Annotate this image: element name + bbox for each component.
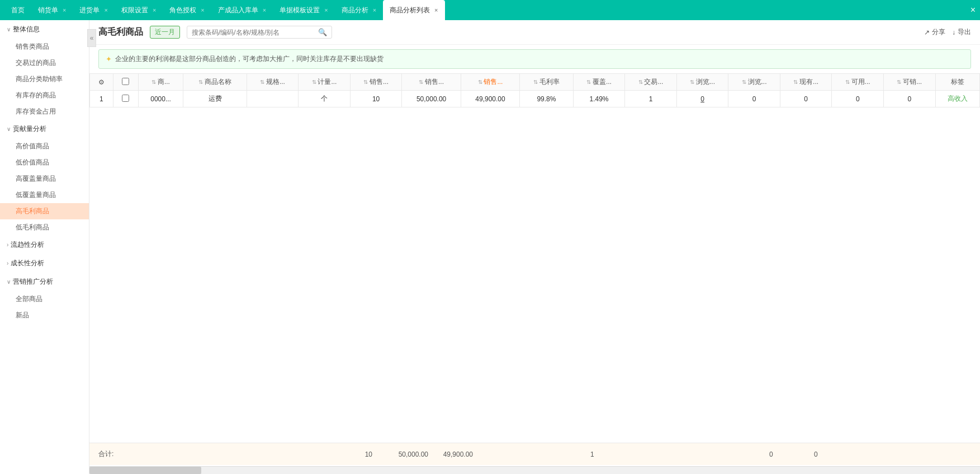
col-browse2[interactable]: 浏览... <box>728 74 780 91</box>
nav-role-auth-close[interactable]: × <box>201 7 204 13</box>
arrow-trend: › <box>7 242 8 248</box>
sidebar-item-low-coverage[interactable]: 低覆盖量商品 <box>0 187 89 203</box>
table-row: 1 0000... 运费 个 10 50,000.00 49,900.00 99… <box>90 91 980 107</box>
nav-permission-settings-close[interactable]: × <box>153 7 156 13</box>
collapse-icon: « <box>90 34 94 42</box>
sidebar-item-sales-goods[interactable]: 销售类商品 <box>0 39 89 55</box>
export-button[interactable]: ↓ 导出 <box>952 27 971 37</box>
col-name[interactable]: 商品名称 <box>183 74 247 91</box>
footer-total: 合计: 10 50,000.00 49,900.00 1 0 0 <box>89 443 980 465</box>
nav-product-warehousing[interactable]: 产成品入库单 × <box>211 0 273 20</box>
sidebar-item-high-margin[interactable]: 高毛利商品 <box>0 203 89 219</box>
sidebar-item-category-assist[interactable]: 商品分类助销率 <box>0 71 89 87</box>
sidebar-section-overall-label: 整体信息 <box>13 25 40 34</box>
cell-sales-amount: 50,000.00 <box>402 91 461 107</box>
col-code[interactable]: 商... <box>138 74 183 91</box>
col-spec[interactable]: 规格... <box>247 74 299 91</box>
nav-product-analysis-close[interactable]: × <box>373 7 376 13</box>
sidebar-section-contribution[interactable]: ∨ 贡献量分析 <box>0 120 89 138</box>
arrow-contribution: ∨ <box>7 126 11 132</box>
cell-browse1[interactable]: 0 <box>676 91 728 107</box>
sidebar-section-trend-label: 流趋性分析 <box>11 240 44 250</box>
footer-sales-qty: 10 <box>346 450 391 458</box>
sidebar-section-growth[interactable]: › 成长性分析 <box>0 254 89 273</box>
col-browse1[interactable]: 浏览... <box>676 74 728 91</box>
col-stock-available[interactable]: 可用... <box>832 74 884 91</box>
sidebar-section-trend[interactable]: › 流趋性分析 <box>0 236 89 254</box>
cell-checkbox[interactable] <box>113 91 138 107</box>
col-settings[interactable]: ⚙ <box>90 74 113 91</box>
sidebar-item-low-margin[interactable]: 低毛利商品 <box>0 219 89 236</box>
col-sales-amount[interactable]: 销售... <box>402 74 461 91</box>
sidebar-section-contribution-label: 贡献量分析 <box>13 124 46 134</box>
sidebar-item-stock-capital[interactable]: 库存资金占用 <box>0 104 89 120</box>
nav-product-warehousing-close[interactable]: × <box>263 7 266 13</box>
content-area: 高毛利商品 近一月 🔍 ↗ 分享 ↓ 导出 ✦ 企业的主要的利润都是这部分商品创… <box>89 20 980 474</box>
horizontal-scrollbar[interactable] <box>89 466 980 474</box>
close-all-tabs[interactable]: × <box>970 5 976 15</box>
sidebar-item-traded-goods[interactable]: 交易过的商品 <box>0 55 89 71</box>
sidebar-item-high-value[interactable]: 高价值商品 <box>0 138 89 154</box>
sidebar-section-marketing[interactable]: ∨ 营销推广分析 <box>0 273 89 291</box>
footer-sales-profit: 49,900.00 <box>435 450 480 458</box>
col-unit[interactable]: 计量... <box>299 74 351 91</box>
cell-coverage: 1.49% <box>573 91 625 107</box>
col-transactions[interactable]: 交易... <box>625 74 677 91</box>
table-header-row: ⚙ 商... 商品名称 规格... 计量... 销售... 销售... 销售..… <box>90 74 980 91</box>
cell-transactions: 1 <box>625 91 677 107</box>
sidebar-collapse-btn[interactable]: « <box>87 29 96 47</box>
sidebar-section-growth-label: 成长性分析 <box>11 259 44 268</box>
sidebar-item-high-coverage[interactable]: 高覆盖量商品 <box>0 171 89 187</box>
select-all-checkbox[interactable] <box>122 78 129 85</box>
period-button[interactable]: 近一月 <box>150 26 180 39</box>
info-banner: ✦ 企业的主要的利润都是这部分商品创造的，可考虑加大推广，同时关注库存是不要出现… <box>98 49 971 69</box>
sidebar-item-stock-goods[interactable]: 有库存的商品 <box>0 87 89 104</box>
nav-product-analysis-list[interactable]: 商品分析列表 × <box>383 0 444 20</box>
col-sales-profit[interactable]: 销售... <box>461 74 519 91</box>
nav-permission-settings[interactable]: 权限设置 × <box>115 0 163 20</box>
row-checkbox[interactable] <box>122 95 129 102</box>
col-stock-saleable[interactable]: 可销... <box>884 74 936 91</box>
cell-name: 运费 <box>183 91 247 107</box>
nav-home[interactable]: 首页 <box>4 0 31 20</box>
cell-seq: 1 <box>90 91 113 107</box>
cell-stock-current: 0 <box>780 91 832 107</box>
nav-template-settings-close[interactable]: × <box>324 7 328 13</box>
content-header: 高毛利商品 近一月 🔍 ↗ 分享 ↓ 导出 <box>89 20 980 45</box>
search-input[interactable] <box>192 29 318 36</box>
cell-spec <box>247 91 299 107</box>
share-button[interactable]: ↗ 分享 <box>924 27 945 37</box>
col-checkbox[interactable] <box>113 74 138 91</box>
footer-stock-available: 0 <box>749 450 793 458</box>
nav-purchase-order[interactable]: 进货单 × <box>73 0 114 20</box>
nav-purchase-order-close[interactable]: × <box>104 7 107 13</box>
info-text: 企业的主要的利润都是这部分商品创造的，可考虑加大推广，同时关注库存是不要出现缺货 <box>115 54 384 64</box>
cell-stock-saleable: 0 <box>884 91 936 107</box>
col-stock-current[interactable]: 现有... <box>780 74 832 91</box>
search-icon[interactable]: 🔍 <box>318 28 327 36</box>
sidebar-item-low-value[interactable]: 低价值商品 <box>0 154 89 171</box>
nav-product-analysis[interactable]: 商品分析 × <box>335 0 383 20</box>
col-tag: 标签 <box>935 74 979 91</box>
col-gross-rate[interactable]: 毛利率 <box>520 74 574 91</box>
nav-product-analysis-list-close[interactable]: × <box>434 7 438 13</box>
col-sales-qty[interactable]: 销售... <box>350 74 402 91</box>
col-coverage[interactable]: 覆盖... <box>573 74 625 91</box>
sidebar-section-overall[interactable]: ∨ 整体信息 <box>0 20 89 39</box>
cell-sales-qty: 10 <box>350 91 402 107</box>
sidebar-item-new-goods[interactable]: 新品 <box>0 307 89 323</box>
arrow-overall: ∨ <box>7 26 11 32</box>
footer-sales-amount: 50,000.00 <box>391 450 435 458</box>
main-layout: ∨ 整体信息 销售类商品 交易过的商品 商品分类助销率 有库存的商品 库存资金占… <box>0 20 980 474</box>
nav-template-settings[interactable]: 单据模板设置 × <box>273 0 334 20</box>
nav-sales-order-close[interactable]: × <box>63 7 66 13</box>
nav-role-auth[interactable]: 角色授权 × <box>163 0 211 20</box>
info-icon: ✦ <box>106 55 112 63</box>
table-container: ⚙ 商... 商品名称 规格... 计量... 销售... 销售... 销售..… <box>89 73 980 452</box>
sidebar-item-all-goods[interactable]: 全部商品 <box>0 291 89 307</box>
nav-sales-order[interactable]: 销货单 × <box>31 0 73 20</box>
sidebar-section-marketing-label: 营销推广分析 <box>13 277 53 287</box>
cell-unit: 个 <box>299 91 351 107</box>
footer-transactions: 1 <box>570 450 614 458</box>
scrollbar-thumb[interactable] <box>89 467 201 474</box>
